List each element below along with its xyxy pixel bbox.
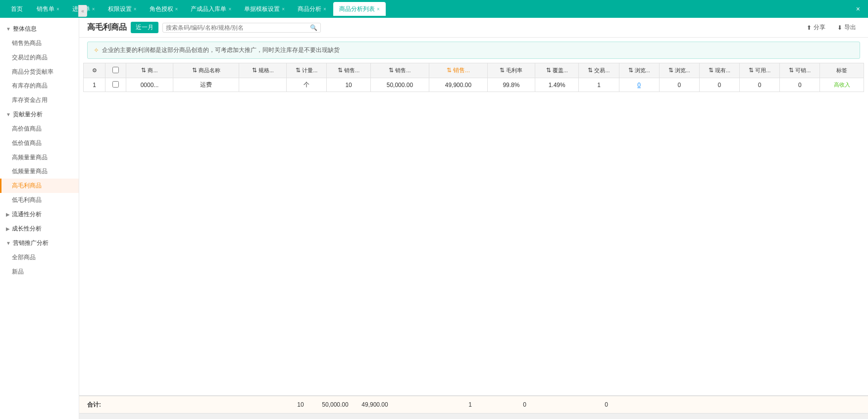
close-products-tab[interactable]: × xyxy=(228,6,231,12)
nav-tab-roles[interactable]: 角色授权 × xyxy=(144,2,184,16)
th-name[interactable]: ⇅ 商品名称 xyxy=(173,63,239,78)
cell-unit: 个 xyxy=(287,78,327,92)
cell-sales-qty: 10 xyxy=(327,78,371,92)
close-purchase-tab[interactable]: × xyxy=(92,6,95,12)
top-navigation: 首页 销售单 × 进货单 × 权限设置 × 角色授权 × 产成品入库单 × 单据… xyxy=(0,0,868,18)
th-code[interactable]: ⇅ 商... xyxy=(126,63,173,78)
footer-label: 合计: xyxy=(87,401,117,409)
sidebar-item-capital[interactable]: 库存资金占用 xyxy=(0,93,79,107)
sidebar-collapse-button[interactable]: « xyxy=(78,5,87,17)
table-header-row: ⚙ ⇅ 商... ⇅ 商品名称 ⇅ 规格... ⇅ 计量... ⇅ 销售... … xyxy=(84,63,864,78)
row-checkbox[interactable] xyxy=(112,81,119,88)
cell-coverage: 1.49% xyxy=(535,78,579,92)
cell-checkbox[interactable] xyxy=(105,78,126,92)
sidebar-item-bestsellers[interactable]: 销售热商品 xyxy=(0,36,79,50)
cell-gross-margin: 99.8% xyxy=(487,78,535,92)
sidebar-group-flow[interactable]: ▶ 流通性分析 xyxy=(0,207,79,222)
info-banner: ✧ 企业的主要的利润都是这部分商品创造的，可考虑加大推广，同时关注库存是不要出现… xyxy=(87,42,860,59)
sidebar-item-contribution[interactable]: 商品分货贡献率 xyxy=(0,65,79,79)
sidebar-item-all-goods[interactable]: 全部商品 xyxy=(0,250,79,265)
sidebar-group-overall[interactable]: ▼ 整体信息 xyxy=(0,22,79,36)
th-sales-qty[interactable]: ⇅ 销售... xyxy=(327,63,371,78)
export-button[interactable]: ⬇ 导出 xyxy=(833,22,860,33)
close-analysis-tab[interactable]: × xyxy=(323,6,326,12)
sidebar-group-wealth[interactable]: ▼ 贡献量分析 xyxy=(0,107,79,122)
sidebar-group-marketing[interactable]: ▼ 营销推广分析 xyxy=(0,236,79,250)
select-all-checkbox[interactable] xyxy=(112,67,119,73)
header-actions: ⬆ 分享 ⬇ 导出 xyxy=(803,22,860,33)
sidebar-item-low-freq[interactable]: 低频量量商品 xyxy=(0,164,79,179)
th-transactions[interactable]: ⇅ 交易... xyxy=(579,63,619,78)
arrow-growth: ▶ xyxy=(6,226,10,232)
th-sales-cost[interactable]: ⇅ 销售... xyxy=(429,63,487,78)
search-input[interactable] xyxy=(166,24,308,31)
sidebar-group-growth[interactable]: ▶ 成长性分析 xyxy=(0,222,79,236)
th-sellable[interactable]: ⇅ 可销... xyxy=(780,63,820,78)
sort-icon-salescost: ⇅ xyxy=(447,67,452,74)
nav-tab-products[interactable]: 产成品入库单 × xyxy=(185,2,237,16)
th-spec[interactable]: ⇅ 规格... xyxy=(239,63,287,78)
sort-icon-unit: ⇅ xyxy=(296,67,301,74)
cell-available: 0 xyxy=(740,78,780,92)
search-icon[interactable]: 🔍 xyxy=(310,24,317,31)
sort-icon-coverage: ⇅ xyxy=(546,67,551,74)
arrow-flow: ▶ xyxy=(6,212,10,217)
sort-icon-trans: ⇅ xyxy=(588,67,593,74)
close-permissions-tab[interactable]: × xyxy=(134,6,137,12)
sidebar-item-new-goods[interactable]: 新品 xyxy=(0,265,79,279)
th-settings[interactable]: ⚙ xyxy=(84,63,105,78)
sidebar-item-trending[interactable]: 交易过的商品 xyxy=(0,50,79,65)
th-tag[interactable]: 标签 xyxy=(820,63,864,78)
th-coverage[interactable]: ⇅ 覆盖... xyxy=(535,63,579,78)
close-template-tab[interactable]: × xyxy=(282,6,285,12)
th-browse2[interactable]: ⇅ 浏览... xyxy=(659,63,699,78)
cell-sales-amount: 50,000.00 xyxy=(370,78,429,92)
cell-transactions: 1 xyxy=(579,78,619,92)
close-sales-tab[interactable]: × xyxy=(56,6,59,12)
cell-current: 0 xyxy=(699,78,739,92)
table-row: 1 0000... 运费 个 10 50,000.00 49,900.00 99… xyxy=(84,78,864,92)
arrow-overall: ▼ xyxy=(6,26,11,32)
th-unit[interactable]: ⇅ 计量... xyxy=(287,63,327,78)
nav-tab-analysis[interactable]: 商品分析 × xyxy=(292,2,332,16)
share-button[interactable]: ⬆ 分享 xyxy=(803,22,829,33)
close-roles-tab[interactable]: × xyxy=(175,6,178,12)
horizontal-scrollbar[interactable] xyxy=(79,413,868,419)
arrow-marketing: ▼ xyxy=(6,240,11,246)
sidebar-item-in-stock[interactable]: 有库存的商品 xyxy=(0,79,79,93)
arrow-wealth: ▼ xyxy=(6,112,11,117)
nav-tab-analysis-list[interactable]: 商品分析列表 × xyxy=(333,2,386,16)
th-current[interactable]: ⇅ 现有... xyxy=(699,63,739,78)
footer-transactions: 1 xyxy=(457,401,484,408)
sidebar-item-high-freq[interactable]: 高频量量商品 xyxy=(0,150,79,165)
sidebar-item-high-margin[interactable]: 高毛利商品 xyxy=(0,179,79,193)
nav-home-tab[interactable]: 首页 xyxy=(4,5,30,13)
th-gross-margin[interactable]: ⇅ 毛利率 xyxy=(487,63,535,78)
info-icon: ✧ xyxy=(94,47,99,54)
th-sales-amount[interactable]: ⇅ 销售... xyxy=(370,63,429,78)
content-header: 高毛利商品 近一月 🔍 ⬆ 分享 ⬇ 导出 xyxy=(79,18,868,38)
close-analysis-list-tab[interactable]: × xyxy=(377,6,380,12)
nav-tab-permissions[interactable]: 权限设置 × xyxy=(102,2,143,16)
nav-tab-sales[interactable]: 销售单 × xyxy=(31,2,65,16)
sidebar-item-high-value[interactable]: 高价值商品 xyxy=(0,122,79,136)
cell-tag: 高收入 xyxy=(820,78,864,92)
close-window-button[interactable]: × xyxy=(852,3,864,15)
sidebar-item-low-margin[interactable]: 低毛利商品 xyxy=(0,193,79,207)
cell-code: 0000... xyxy=(126,78,173,92)
nav-tab-template[interactable]: 单据模板设置 × xyxy=(238,2,291,16)
cell-browse2: 0 xyxy=(659,78,699,92)
cell-browse1[interactable]: 0 xyxy=(619,78,659,92)
sort-icon-salesamt: ⇅ xyxy=(389,67,394,74)
cell-sales-cost: 49,900.00 xyxy=(429,78,487,92)
sort-icon-margin: ⇅ xyxy=(500,67,505,74)
th-browse1[interactable]: ⇅ 浏览... xyxy=(619,63,659,78)
date-filter-button[interactable]: 近一月 xyxy=(131,22,158,33)
total-cells: 10 50,000.00 49,900.00 1 0 xyxy=(121,401,860,408)
th-checkbox[interactable] xyxy=(105,63,126,78)
product-table: ⚙ ⇅ 商... ⇅ 商品名称 ⇅ 规格... ⇅ 计量... ⇅ 销售... … xyxy=(83,63,864,92)
main-layout: ▼ 整体信息 销售热商品 交易过的商品 商品分货贡献率 有库存的商品 库存资金占… xyxy=(0,18,868,419)
th-available[interactable]: ⇅ 可用... xyxy=(740,63,780,78)
sidebar-item-low-value[interactable]: 低价值商品 xyxy=(0,136,79,150)
content-area: 高毛利商品 近一月 🔍 ⬆ 分享 ⬇ 导出 ✧ 企业的主要的利润都是这部分商品创… xyxy=(79,18,868,419)
